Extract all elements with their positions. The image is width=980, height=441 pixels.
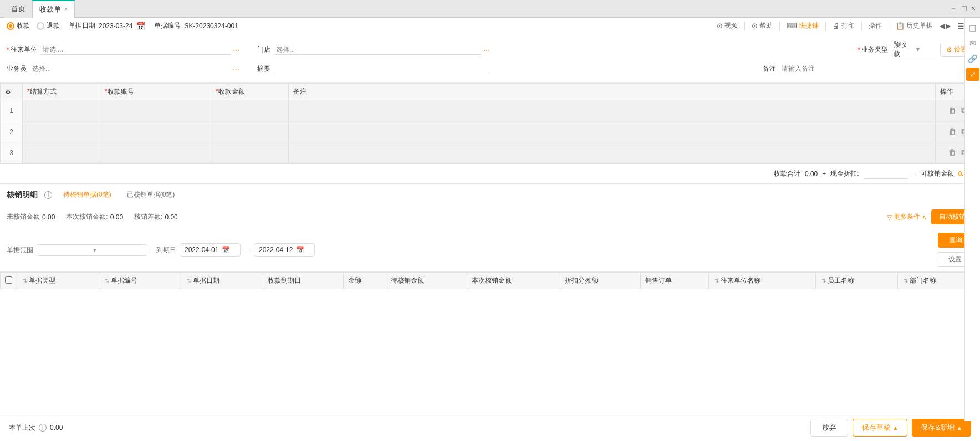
store-label: 门店 [257, 45, 270, 54]
divider-2 [779, 22, 780, 30]
range-select-arrow: ▼ [92, 247, 142, 253]
data-table-wrap: ⚙ *结算方式 *收款账号 *收款金额 备注 [0, 83, 980, 164]
partner-label: 往来单位 [11, 45, 37, 54]
operation-btn[interactable]: 操作 [869, 21, 882, 30]
date-to-input[interactable]: 2022-04-12 📅 [254, 243, 315, 257]
writeoff-info-icon[interactable]: i [44, 191, 52, 199]
nav-arrows: ◀ ▶ [940, 22, 951, 30]
business-type-label: 业务类型 [861, 45, 888, 54]
row-1-remark[interactable] [289, 100, 936, 121]
col-number: ⇅ 单据编号 [99, 273, 181, 289]
row-2-remark[interactable] [289, 121, 936, 142]
writeoff-stats: 未核销金额 0.00 本次核销金额: 0.00 核销差额: 0.00 ▽ 更多条… [0, 206, 980, 228]
tab-receipt[interactable]: 收款单 × [32, 0, 75, 18]
row-2-amount[interactable] [211, 121, 289, 142]
radio-refund-label: 退款 [47, 21, 60, 30]
divider-5 [889, 22, 889, 30]
col-staff: ⇅ 员工名称 [816, 273, 898, 289]
discount-input[interactable] [864, 168, 908, 179]
list-view-icon[interactable]: ☰ [957, 22, 964, 30]
row-1-account[interactable] [100, 100, 211, 121]
shortcut-btn[interactable]: ⌨ 快捷键 [787, 21, 819, 30]
business-type-value: 预收款 [894, 40, 912, 59]
diff-label: 核销差额: [134, 212, 162, 222]
row-2-delete-icon[interactable]: 🗑 [948, 127, 956, 136]
pending-tab-link[interactable]: 待核销单据(0笔) [59, 188, 116, 201]
table-header-amount: *收款金额 [211, 84, 289, 100]
row-2-account[interactable] [100, 121, 211, 142]
help-btn[interactable]: ⊙ 帮助 [752, 21, 773, 30]
table-header-settings[interactable]: ⚙ [1, 84, 23, 100]
completed-tab-link[interactable]: 已核销单据(0笔) [122, 188, 180, 201]
date-from-input[interactable]: 2022-04-01 📅 [180, 243, 241, 257]
staff-more-btn[interactable]: ··· [233, 65, 239, 74]
remarks-label: 备注 [763, 64, 776, 74]
col-checkbox[interactable] [1, 273, 17, 289]
due-date-label: 到期日 [156, 245, 176, 255]
row-1-settle[interactable] [23, 100, 100, 121]
row-1-num: 1 [1, 100, 23, 121]
chevron-up-icon: ∧ [922, 213, 927, 221]
diff-stat: 核销差额: 0.00 [134, 212, 178, 222]
save-draft-button[interactable]: 保存草稿 ▲ [853, 419, 908, 437]
col-amount: 金额 [344, 273, 386, 289]
bottom-bar: 本单上次 i 0.00 放弃 保存草稿 ▲ 保存&新增 ▲ [0, 414, 980, 441]
sidebar-expand-icon[interactable]: ⤢ [966, 68, 979, 81]
partner-input[interactable] [40, 44, 231, 55]
bottom-info-icon[interactable]: i [39, 424, 47, 432]
operation-label: 操作 [869, 21, 882, 30]
divider-4 [861, 22, 862, 30]
tab-home-label: 首页 [11, 4, 25, 14]
close-icon[interactable]: × [971, 4, 976, 14]
sidebar-table-icon[interactable]: ▤ [966, 21, 979, 34]
print-label: 打印 [841, 21, 855, 30]
staff-input[interactable] [30, 64, 231, 74]
receive-refund-group: 收款 退款 [7, 21, 60, 30]
row-3-settle[interactable] [23, 142, 100, 163]
row-2-settle[interactable] [23, 121, 100, 142]
range-select[interactable]: ▼ [37, 244, 147, 256]
table-header-remark: 备注 [289, 84, 936, 100]
radio-refund[interactable]: 退款 [37, 21, 60, 30]
radio-receive[interactable]: 收款 [7, 21, 30, 30]
summary-input[interactable] [274, 64, 490, 74]
video-btn[interactable]: ⊙ 视频 [717, 21, 738, 30]
col-sales-order: 销售订单 [641, 273, 709, 289]
nav-left-icon[interactable]: ◀ [940, 22, 945, 30]
sidebar-attachment-icon[interactable]: 🔗 [966, 52, 979, 65]
remarks-input[interactable] [779, 64, 973, 74]
history-btn[interactable]: 📋 历史单据 [896, 21, 933, 30]
save-new-button[interactable]: 保存&新增 ▲ [912, 419, 971, 437]
nav-right-icon[interactable]: ▶ [946, 22, 951, 30]
row-3-delete-icon[interactable]: 🗑 [948, 148, 956, 157]
row-3-account[interactable] [100, 142, 211, 163]
store-more-btn[interactable]: ··· [483, 45, 490, 54]
tab-home[interactable]: 首页 [4, 0, 32, 18]
more-conditions-btn[interactable]: ▽ 更多条件 ∧ [887, 212, 927, 222]
writeoff-stats-right: ▽ 更多条件 ∧ 自动核销 [887, 209, 973, 224]
date-calendar-icon[interactable]: 📅 [136, 22, 145, 30]
maximize-icon[interactable]: □ [962, 4, 966, 14]
partner-more-btn[interactable]: ··· [233, 45, 239, 54]
row-1-amount[interactable] [211, 100, 289, 121]
row-3-amount[interactable] [211, 142, 289, 163]
select-all-checkbox[interactable] [5, 276, 12, 284]
tab-close-icon[interactable]: × [64, 6, 68, 12]
total-label: 收款合计 [774, 169, 800, 178]
row-1-delete-icon[interactable]: 🗑 [948, 106, 956, 115]
abandon-button[interactable]: 放弃 [810, 419, 848, 437]
print-icon: 🖨 [833, 22, 840, 30]
save-new-arrow: ▲ [957, 425, 962, 431]
calendar-from-icon: 📅 [222, 246, 230, 254]
minimize-icon[interactable]: － [950, 4, 957, 14]
business-type-select[interactable]: 预收款 ▼ [891, 39, 936, 60]
calendar-to-icon: 📅 [296, 246, 304, 254]
store-input[interactable] [274, 44, 481, 55]
net-label: 可核销金额 [921, 169, 954, 178]
current-value: 0.00 [110, 213, 123, 221]
partner-field: * 往来单位 ··· [7, 44, 239, 55]
form-area: * 往来单位 ··· 门店 ··· * 业务类型 [0, 34, 980, 83]
row-3-remark[interactable] [289, 142, 936, 163]
print-btn[interactable]: 🖨 打印 [833, 21, 855, 30]
sidebar-mail-icon[interactable]: ✉ [966, 37, 979, 50]
